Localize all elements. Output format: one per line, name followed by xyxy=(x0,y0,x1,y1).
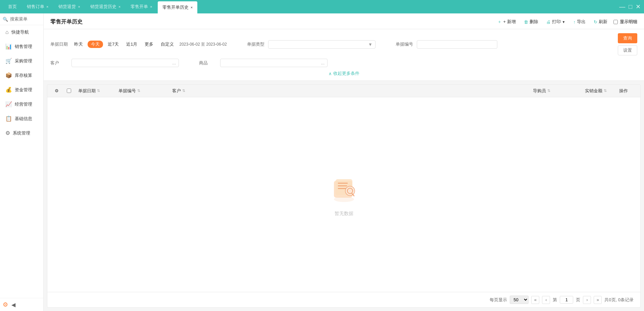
ops-icon: 📈 xyxy=(5,101,12,107)
add-button[interactable]: ＋ + 新增 xyxy=(495,17,517,26)
date-1month[interactable]: 近1月 xyxy=(123,41,140,48)
basic-icon: 📋 xyxy=(5,115,12,122)
content-area: 零售开单历史 ＋ + 新增 🗑 删除 🖨 打印 ▼ ↑ 导出 xyxy=(44,13,644,311)
tab-sales-order[interactable]: 销售订单 × xyxy=(22,0,53,13)
tab-sales-return[interactable]: 销货退货 × xyxy=(54,0,85,13)
date-today[interactable]: 今天 xyxy=(88,41,103,48)
th-customer[interactable]: 客户 ⇅ xyxy=(169,88,530,94)
th-number[interactable]: 单据编号 ⇅ xyxy=(115,88,169,94)
date-7days[interactable]: 近7天 xyxy=(105,41,121,48)
settings-button[interactable]: 设置 xyxy=(618,45,637,55)
goods-label: 商品 xyxy=(199,60,217,66)
sort-customer-icon: ⇅ xyxy=(182,89,185,93)
per-page-label: 每页显示 xyxy=(490,297,507,303)
delete-icon: 🗑 xyxy=(524,19,528,24)
close-button[interactable]: ✕ xyxy=(636,3,641,10)
maximize-button[interactable]: □ xyxy=(629,3,632,10)
empty-icon xyxy=(327,172,361,206)
goods-filter: 商品 ... xyxy=(199,59,328,67)
close-tab-icon[interactable]: × xyxy=(78,5,80,9)
th-amount[interactable]: 实销金额 ⇅ xyxy=(570,88,610,94)
last-page-button[interactable]: » xyxy=(594,296,602,304)
print-button[interactable]: 🖨 打印 ▼ xyxy=(544,17,567,26)
sidebar-item-system[interactable]: ⚙ 系统管理 xyxy=(0,126,43,140)
sales-icon: 📊 xyxy=(5,43,12,50)
th-checkbox[interactable] xyxy=(63,89,75,93)
goods-select[interactable]: ... xyxy=(220,59,328,67)
sidebar-search[interactable]: 🔍 搜索菜单 xyxy=(0,13,43,25)
toolbar: ＋ + 新增 🗑 删除 🖨 打印 ▼ ↑ 导出 ↻ xyxy=(495,17,637,26)
action-buttons: 查询 设置 xyxy=(618,33,637,55)
collapse-button[interactable]: ∧ 收起更多条件 xyxy=(50,70,637,76)
tab-retail-open[interactable]: 零售开单 × xyxy=(126,0,157,13)
home-icon: ⌂ xyxy=(5,29,9,35)
date-yesterday[interactable]: 昨天 xyxy=(71,41,86,48)
goods-dots: ... xyxy=(321,60,325,65)
date-filter: 单据日期 昨天 今天 近7天 近1月 更多 自定义 2023-06-02 至 2… xyxy=(50,41,227,48)
th-settings[interactable]: ⚙ xyxy=(51,88,63,93)
sidebar-settings-icon[interactable]: ⚙ xyxy=(3,301,8,308)
next-page-button[interactable]: › xyxy=(583,296,591,304)
display-checkbox[interactable] xyxy=(613,20,618,24)
print-icon: 🖨 xyxy=(546,19,551,24)
date-more[interactable]: 更多 xyxy=(142,41,156,48)
svg-point-6 xyxy=(345,186,355,196)
customer-filter: 客户 ... xyxy=(50,59,179,67)
finance-icon: 💰 xyxy=(5,87,12,93)
print-dropdown-icon: ▼ xyxy=(562,20,565,24)
main-layout: 🔍 搜索菜单 ⌂ 快捷导航 📊 销售管理 🛒 采购管理 📦 库存核算 💰 资金管… xyxy=(0,13,644,311)
table-header: ⚙ 单据日期 ⇅ 单据编号 ⇅ 客户 ⇅ 导购员 xyxy=(47,85,640,97)
sidebar-item-sales[interactable]: 📊 销售管理 xyxy=(0,39,43,54)
sidebar-item-finance[interactable]: 💰 资金管理 xyxy=(0,83,43,97)
sort-guide-icon: ⇅ xyxy=(547,89,550,93)
th-date[interactable]: 单据日期 ⇅ xyxy=(75,88,115,94)
tab-sales-return-history[interactable]: 销货退货历史 × xyxy=(86,0,125,13)
prev-page-button[interactable]: ‹ xyxy=(542,296,550,304)
close-tab-icon[interactable]: × xyxy=(150,5,152,9)
sort-amount-icon: ⇅ xyxy=(604,89,607,93)
filter-area: 单据日期 昨天 今天 近7天 近1月 更多 自定义 2023-06-02 至 2… xyxy=(44,29,644,81)
sidebar-item-inventory[interactable]: 📦 库存核算 xyxy=(0,68,43,83)
page-header: 零售开单历史 ＋ + 新增 🗑 删除 🖨 打印 ▼ ↑ 导出 xyxy=(44,13,644,29)
purchase-icon: 🛒 xyxy=(5,58,12,64)
delete-button[interactable]: 🗑 删除 xyxy=(522,17,540,26)
pagination: 每页显示 50 10 20 100 « ‹ 第 1 页 › » 共0页, 0条记… xyxy=(47,292,640,307)
display-toggle[interactable]: 显示明细 xyxy=(613,19,637,25)
type-select[interactable]: ▼ xyxy=(268,40,376,49)
page-title: 零售开单历史 xyxy=(50,18,83,25)
refresh-button[interactable]: ↻ 刷新 xyxy=(592,17,609,26)
export-icon: ↑ xyxy=(574,19,576,24)
th-action: 操作 xyxy=(610,88,637,94)
collapse-arrow-icon: ∧ xyxy=(329,71,332,76)
per-page-select[interactable]: 50 10 20 100 xyxy=(510,296,529,304)
export-button[interactable]: ↑ 导出 xyxy=(572,17,588,26)
th-guide[interactable]: 导购员 ⇅ xyxy=(530,88,570,94)
filter-row-2: 客户 ... 商品 ... xyxy=(50,59,637,67)
close-tab-icon[interactable]: × xyxy=(46,5,48,9)
close-tab-icon[interactable]: × xyxy=(118,5,120,9)
table-area: ⚙ 单据日期 ⇅ 单据编号 ⇅ 客户 ⇅ 导购员 xyxy=(47,84,641,308)
refresh-icon: ↻ xyxy=(594,19,597,24)
sort-number-icon: ⇅ xyxy=(137,89,140,93)
current-page-input[interactable]: 1 xyxy=(560,296,573,304)
customer-select[interactable]: ... xyxy=(71,59,179,67)
number-input[interactable] xyxy=(417,40,497,49)
sidebar-item-basic[interactable]: 📋 基础信息 xyxy=(0,111,43,126)
close-tab-icon[interactable]: × xyxy=(191,5,193,9)
search-icon: 🔍 xyxy=(3,17,8,22)
select-all-checkbox[interactable] xyxy=(67,89,71,93)
minimize-button[interactable]: — xyxy=(619,3,625,10)
sidebar-item-quick-nav[interactable]: ⌂ 快捷导航 xyxy=(0,25,43,39)
total-info: 共0页, 0条记录 xyxy=(604,297,634,303)
date-custom[interactable]: 自定义 xyxy=(158,41,177,48)
sidebar-collapse-icon[interactable]: ◀ xyxy=(11,302,15,308)
first-page-button[interactable]: « xyxy=(531,296,539,304)
empty-text: 暂无数据 xyxy=(335,211,353,217)
type-filter: 单据类型 ▼ xyxy=(247,40,376,49)
tab-retail-open-history[interactable]: 零售开单历史 × xyxy=(158,1,197,13)
customer-label: 客户 xyxy=(50,60,69,66)
query-button[interactable]: 查询 xyxy=(618,33,637,43)
sidebar-item-purchase[interactable]: 🛒 采购管理 xyxy=(0,54,43,68)
tab-home[interactable]: 首页 xyxy=(3,0,21,13)
sidebar-item-ops[interactable]: 📈 经营管理 xyxy=(0,97,43,111)
